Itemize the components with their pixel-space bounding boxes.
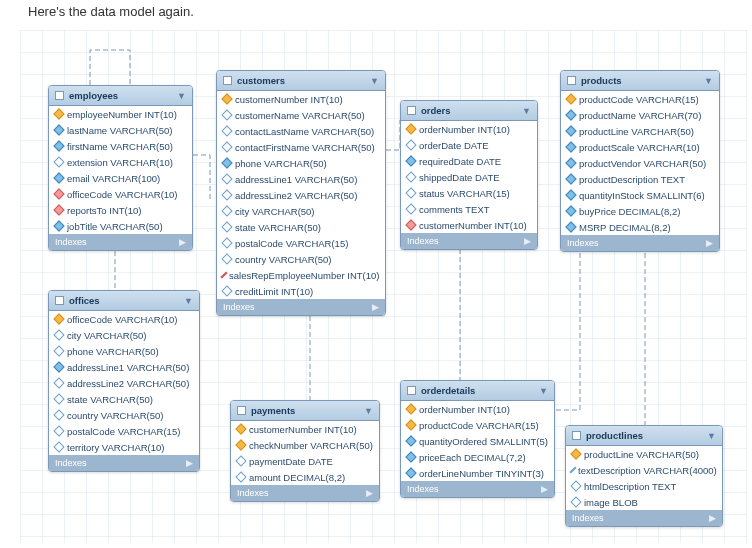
column-row[interactable]: orderDate DATE [401, 137, 537, 153]
indexes-footer[interactable]: Indexes▶ [49, 234, 192, 250]
indexes-footer[interactable]: Indexes▶ [231, 485, 379, 501]
table-productlines[interactable]: productlines ▼ productLine VARCHAR(50)te… [565, 425, 723, 527]
column-row[interactable]: city VARCHAR(50) [217, 203, 385, 219]
table-offices[interactable]: offices ▼ officeCode VARCHAR(10)city VAR… [48, 290, 200, 472]
table-header[interactable]: employees ▼ [49, 86, 192, 106]
column-row[interactable]: MSRP DECIMAL(8,2) [561, 219, 719, 235]
column-row[interactable]: officeCode VARCHAR(10) [49, 311, 199, 327]
column-text: productScale VARCHAR(10) [579, 142, 700, 153]
table-header[interactable]: orders ▼ [401, 101, 537, 121]
column-row[interactable]: htmlDescription TEXT [566, 478, 722, 494]
column-row[interactable]: addressLine2 VARCHAR(50) [217, 187, 385, 203]
table-header[interactable]: products ▼ [561, 71, 719, 91]
column-row[interactable]: orderNumber INT(10) [401, 121, 537, 137]
column-row[interactable]: customerNumber INT(10) [231, 421, 379, 437]
indexes-footer[interactable]: Indexes▶ [401, 233, 537, 249]
table-header[interactable]: productlines ▼ [566, 426, 722, 446]
column-row[interactable]: addressLine1 VARCHAR(50) [49, 359, 199, 375]
table-title: products [581, 75, 622, 86]
column-row[interactable]: country VARCHAR(50) [217, 251, 385, 267]
column-row[interactable]: productVendor VARCHAR(50) [561, 155, 719, 171]
column-row[interactable]: postalCode VARCHAR(15) [49, 423, 199, 439]
column-row[interactable]: customerName VARCHAR(50) [217, 107, 385, 123]
indexes-footer[interactable]: Indexes▶ [566, 510, 722, 526]
column-row[interactable]: officeCode VARCHAR(10) [49, 186, 192, 202]
column-row[interactable]: textDescription VARCHAR(4000) [566, 462, 722, 478]
column-row[interactable]: priceEach DECIMAL(7,2) [401, 449, 554, 465]
pk-icon [53, 108, 64, 119]
column-row[interactable]: state VARCHAR(50) [49, 391, 199, 407]
column-row[interactable]: image BLOB [566, 494, 722, 510]
column-row[interactable]: productLine VARCHAR(50) [566, 446, 722, 462]
column-row[interactable]: salesRepEmployeeNumber INT(10) [217, 267, 385, 283]
triangle-icon: ▶ [706, 238, 713, 248]
column-row[interactable]: state VARCHAR(50) [217, 219, 385, 235]
column-row[interactable]: status VARCHAR(15) [401, 185, 537, 201]
column-text: productCode VARCHAR(15) [579, 94, 699, 105]
column-row[interactable]: productLine VARCHAR(50) [561, 123, 719, 139]
column-text: phone VARCHAR(50) [235, 158, 327, 169]
table-header[interactable]: offices ▼ [49, 291, 199, 311]
table-title: productlines [586, 430, 643, 441]
column-row[interactable]: reportsTo INT(10) [49, 202, 192, 218]
column-row[interactable]: paymentDate DATE [231, 453, 379, 469]
column-row[interactable]: contactFirstName VARCHAR(50) [217, 139, 385, 155]
table-title: orders [421, 105, 451, 116]
column-row[interactable]: creditLimit INT(10) [217, 283, 385, 299]
column-row[interactable]: customerNumber INT(10) [217, 91, 385, 107]
column-row[interactable]: quantityOrdered SMALLINT(5) [401, 433, 554, 449]
column-row[interactable]: city VARCHAR(50) [49, 327, 199, 343]
column-row[interactable]: quantityInStock SMALLINT(6) [561, 187, 719, 203]
column-row[interactable]: productCode VARCHAR(15) [401, 417, 554, 433]
column-row[interactable]: phone VARCHAR(50) [217, 155, 385, 171]
column-row[interactable]: comments TEXT [401, 201, 537, 217]
indexes-footer[interactable]: Indexes▶ [561, 235, 719, 251]
chevron-down-icon: ▼ [539, 386, 548, 396]
table-products[interactable]: products ▼ productCode VARCHAR(15)produc… [560, 70, 720, 252]
column-row[interactable]: shippedDate DATE [401, 169, 537, 185]
column-text: country VARCHAR(50) [67, 410, 163, 421]
column-row[interactable]: orderLineNumber TINYINT(3) [401, 465, 554, 481]
indexes-footer[interactable]: Indexes▶ [217, 299, 385, 315]
column-row[interactable]: productCode VARCHAR(15) [561, 91, 719, 107]
column-text: reportsTo INT(10) [67, 205, 141, 216]
column-row[interactable]: buyPrice DECIMAL(8,2) [561, 203, 719, 219]
column-row[interactable]: extension VARCHAR(10) [49, 154, 192, 170]
indexes-footer[interactable]: Indexes▶ [401, 481, 554, 497]
table-employees[interactable]: employees ▼ employeeNumber INT(10)lastNa… [48, 85, 193, 251]
column-row[interactable]: amount DECIMAL(8,2) [231, 469, 379, 485]
table-header[interactable]: orderdetails ▼ [401, 381, 554, 401]
table-header[interactable]: payments ▼ [231, 401, 379, 421]
column-row[interactable]: phone VARCHAR(50) [49, 343, 199, 359]
table-payments[interactable]: payments ▼ customerNumber INT(10)checkNu… [230, 400, 380, 502]
column-row[interactable]: productName VARCHAR(70) [561, 107, 719, 123]
column-text: contactFirstName VARCHAR(50) [235, 142, 375, 153]
attr-icon [221, 205, 232, 216]
column-row[interactable]: orderNumber INT(10) [401, 401, 554, 417]
column-row[interactable]: addressLine1 VARCHAR(50) [217, 171, 385, 187]
column-row[interactable]: email VARCHAR(100) [49, 170, 192, 186]
column-text: checkNumber VARCHAR(50) [249, 440, 373, 451]
table-header[interactable]: customers ▼ [217, 71, 385, 91]
column-row[interactable]: customerNumber INT(10) [401, 217, 537, 233]
table-orderdetails[interactable]: orderdetails ▼ orderNumber INT(10)produc… [400, 380, 555, 498]
indexes-footer[interactable]: Indexes▶ [49, 455, 199, 471]
column-row[interactable]: country VARCHAR(50) [49, 407, 199, 423]
column-row[interactable]: requiredDate DATE [401, 153, 537, 169]
column-text: comments TEXT [419, 204, 490, 215]
table-orders[interactable]: orders ▼ orderNumber INT(10)orderDate DA… [400, 100, 538, 250]
column-row[interactable]: checkNumber VARCHAR(50) [231, 437, 379, 453]
column-text: city VARCHAR(50) [67, 330, 147, 341]
caption-text: Here's the data model again. [28, 4, 194, 19]
column-row[interactable]: contactLastName VARCHAR(50) [217, 123, 385, 139]
column-row[interactable]: productDescription TEXT [561, 171, 719, 187]
column-row[interactable]: employeeNumber INT(10) [49, 106, 192, 122]
column-row[interactable]: jobTitle VARCHAR(50) [49, 218, 192, 234]
column-row[interactable]: productScale VARCHAR(10) [561, 139, 719, 155]
table-customers[interactable]: customers ▼ customerNumber INT(10)custom… [216, 70, 386, 316]
column-row[interactable]: lastName VARCHAR(50) [49, 122, 192, 138]
column-row[interactable]: postalCode VARCHAR(15) [217, 235, 385, 251]
column-row[interactable]: addressLine2 VARCHAR(50) [49, 375, 199, 391]
column-row[interactable]: territory VARCHAR(10) [49, 439, 199, 455]
column-row[interactable]: firstName VARCHAR(50) [49, 138, 192, 154]
